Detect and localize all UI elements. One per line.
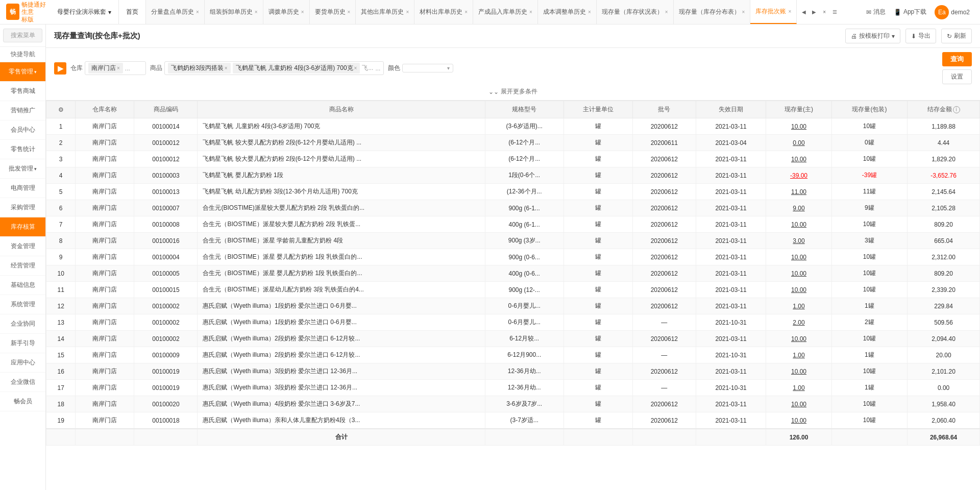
tab-close-icon[interactable]: ×	[665, 9, 668, 15]
sidebar-item-marketing[interactable]: 营销推广	[0, 101, 45, 120]
cell-qty-main[interactable]: 0.00	[766, 135, 831, 151]
tab-close-icon[interactable]: ×	[255, 9, 258, 15]
table-row[interactable]: 18 南岸门店 00100020 惠氏启赋（Wyeth illuma）4段奶粉 …	[46, 396, 980, 412]
table-row[interactable]: 5 南岸门店 00100013 飞鹤星飞帆 幼儿配方奶粉 3段(12-36个月幼…	[46, 184, 980, 200]
filter-expand-button[interactable]: ▶	[54, 62, 66, 75]
tab-xian-cun-fen[interactable]: 现存量（库存分布表） ×	[674, 0, 751, 24]
product-tag-2-close[interactable]: ×	[354, 65, 357, 71]
user-avatar-area[interactable]: Ea demo2	[935, 5, 970, 19]
export-button[interactable]: ⬇ 导出	[905, 29, 936, 43]
cell-qty-main[interactable]: 10.00	[766, 363, 831, 380]
tab-close-icon[interactable]: ×	[196, 9, 199, 15]
table-row[interactable]: 13 南岸门店 00100002 惠氏启赋（Wyeth illuma）1段奶粉 …	[46, 314, 980, 331]
cell-qty-main[interactable]: 1.00	[766, 380, 831, 396]
amount-info-icon[interactable]: i	[953, 106, 960, 113]
sidebar-item-member[interactable]: 会员中心	[0, 120, 45, 140]
cell-qty-main[interactable]: 2.00	[766, 314, 831, 331]
table-row[interactable]: 16 南岸门店 00100019 惠氏启赋（Wyeth illuma）3段奶粉 …	[46, 363, 980, 380]
tab-chan-cheng[interactable]: 产成品入库单历史 ×	[473, 0, 538, 24]
sidebar-item-inventory[interactable]: 库存核算	[0, 217, 45, 237]
tab-fen-liang[interactable]: 分量盘点单历史 ×	[146, 0, 205, 24]
tab-yao-huo[interactable]: 要货单历史 ×	[310, 0, 356, 24]
cell-qty-main[interactable]: 10.00	[766, 216, 831, 233]
cell-qty-main[interactable]: 10.00	[766, 118, 831, 135]
refresh-button[interactable]: ↻ 刷新	[941, 29, 972, 43]
cell-qty-main[interactable]: 10.00	[766, 249, 831, 265]
sidebar-item-wholesale[interactable]: 批发管理▾	[0, 159, 45, 179]
query-button[interactable]: 查询	[942, 52, 972, 66]
warehouse-tag-close[interactable]: ×	[117, 65, 120, 71]
table-row[interactable]: 14 南岸门店 00100002 惠氏启赋（Wyeth illuma）2段奶粉 …	[46, 331, 980, 347]
cell-qty-main[interactable]: -39.00	[766, 167, 831, 184]
tab-close-icon[interactable]: ×	[301, 9, 304, 15]
col-settings[interactable]: ⚙	[46, 101, 76, 118]
product-tag-1-close[interactable]: ×	[225, 65, 228, 71]
sidebar-item-stats[interactable]: 零售统计	[0, 140, 45, 159]
cell-qty-main[interactable]: 11.00	[766, 184, 831, 200]
table-row[interactable]: 1 南岸门店 00100014 飞鹤星飞帆 儿童奶粉 4段(3-6岁适用) 70…	[46, 118, 980, 135]
cell-qty-main[interactable]: 10.00	[766, 396, 831, 412]
tab-home[interactable]: 首页	[119, 0, 146, 24]
table-row[interactable]: 4 南岸门店 00100003 飞鹤星飞帆 婴儿配方奶粉 1段 1段(0-6个.…	[46, 167, 980, 184]
tab-cai-liao[interactable]: 材料出库单历史 ×	[414, 0, 473, 24]
tab-diao-bo[interactable]: 调拨单历史 ×	[263, 0, 310, 24]
table-row[interactable]: 6 南岸门店 00100007 合生元(BIOSTIME)派星较大婴儿配方奶粉 …	[46, 200, 980, 216]
cell-qty-main[interactable]: 1.00	[766, 298, 831, 314]
tab-next-arrow[interactable]: ▶	[809, 7, 819, 17]
sidebar-search-area[interactable]: 搜索菜单	[0, 24, 45, 47]
tab-close-icon[interactable]: ×	[464, 9, 468, 15]
table-row[interactable]: 19 南岸门店 00100018 惠氏启赋（Wyeth illuma）亲和人体儿…	[46, 412, 980, 429]
cell-qty-main[interactable]: 10.00	[766, 151, 831, 167]
color-tag-container[interactable]: ▾	[402, 64, 453, 72]
table-row[interactable]: 8 南岸门店 00100016 合生元（BIOSTIME）派星 学龄前儿童配方奶…	[46, 233, 980, 249]
sidebar-item-wechat[interactable]: 企业微信	[0, 373, 45, 392]
cell-qty-main[interactable]: 10.00	[766, 412, 831, 429]
sidebar-item-retail[interactable]: 零售管理▾	[0, 62, 45, 82]
settings-button[interactable]: 设置	[942, 69, 972, 84]
tab-zu-zhuang[interactable]: 组装拆卸单历史 ×	[205, 0, 263, 24]
sidebar-item-finance[interactable]: 资金管理	[0, 237, 45, 256]
table-row[interactable]: 3 南岸门店 00100012 飞鹤星飞帆 较大婴儿配方奶粉 2段(6-12个月…	[46, 151, 980, 167]
template-print-button[interactable]: 🖨 按模板打印 ▾	[845, 29, 900, 43]
sidebar-item-collab[interactable]: 企业协同	[0, 314, 45, 334]
tab-qi-ta-chu[interactable]: 其他出库单历史 ×	[356, 0, 414, 24]
sidebar-item-vip[interactable]: 畅会员	[0, 392, 45, 411]
tab-close-current[interactable]: ×	[819, 7, 829, 17]
table-row[interactable]: 15 南岸门店 00100009 惠氏启赋（Wyeth illuma）2段奶粉 …	[46, 347, 980, 363]
search-input[interactable]: 搜索菜单	[3, 29, 42, 42]
tab-close-icon[interactable]: ×	[348, 9, 351, 15]
sidebar-item-app[interactable]: 应用中心	[0, 353, 45, 373]
table-row[interactable]: 10 南岸门店 00100005 合生元（BIOSTIME）派星 婴儿配方奶粉 …	[46, 265, 980, 282]
table-row[interactable]: 17 南岸门店 00100019 惠氏启赋（Wyeth illuma）3段奶粉 …	[46, 380, 980, 396]
tab-menu-icon[interactable]: ☰	[829, 7, 840, 17]
sidebar-item-mall[interactable]: 零售商城	[0, 82, 45, 101]
cell-qty-main[interactable]: 10.00	[766, 265, 831, 282]
nav-dropdown[interactable]: 母婴行业演示账套 ▾	[52, 0, 119, 24]
table-row[interactable]: 11 南岸门店 00100015 合生元（BIOSTIME）派星幼儿配方奶粉 3…	[46, 282, 980, 298]
sidebar-item-operations[interactable]: 经营管理	[0, 256, 45, 276]
tab-close-icon[interactable]: ×	[742, 9, 745, 15]
tab-xian-cun-kuang[interactable]: 现存量（库存状况表） ×	[597, 0, 674, 24]
gear-icon[interactable]: ⚙	[58, 106, 64, 113]
message-btn[interactable]: ✉ 消息	[866, 8, 886, 16]
tab-cheng-ben[interactable]: 成本调整单历史 ×	[538, 0, 597, 24]
table-row[interactable]: 7 南岸门店 00100008 合生元（BIOSTIME）派星较大婴儿配方奶粉 …	[46, 216, 980, 233]
cell-qty-main[interactable]: 10.00	[766, 282, 831, 298]
sidebar-item-ecommerce[interactable]: 电商管理	[0, 179, 45, 198]
sidebar-quick-nav[interactable]: 快捷导航	[0, 47, 45, 62]
cell-qty-main[interactable]: 9.00	[766, 200, 831, 216]
tab-close-icon[interactable]: ×	[788, 9, 791, 14]
sidebar-item-guide[interactable]: 新手引导	[0, 334, 45, 353]
table-row[interactable]: 9 南岸门店 00100004 合生元（BIOSTIME）派星 婴儿配方奶粉 1…	[46, 249, 980, 265]
cell-qty-main[interactable]: 10.00	[766, 331, 831, 347]
tab-pi-ci-zhang[interactable]: 库存批次账 ×	[750, 0, 797, 24]
cell-qty-main[interactable]: 3.00	[766, 233, 831, 249]
sidebar-item-system[interactable]: 系统管理	[0, 295, 45, 314]
tab-close-icon[interactable]: ×	[529, 9, 532, 15]
table-row[interactable]: 2 南岸门店 00100012 飞鹤星飞帆 较大婴儿配方奶粉 2段(6-12个月…	[46, 135, 980, 151]
tab-prev-arrow[interactable]: ◀	[799, 7, 809, 17]
product-tag-container[interactable]: 飞鹤奶粉3段丙搭装 × 飞鹤星飞帆 儿童奶粉 4段(3-6岁适用) 700克 ×…	[164, 61, 384, 75]
tab-close-icon[interactable]: ×	[406, 9, 409, 15]
sidebar-item-purchase[interactable]: 采购管理	[0, 198, 45, 217]
expand-more-btn[interactable]: ⌄⌄ 展开更多条件	[54, 87, 972, 96]
